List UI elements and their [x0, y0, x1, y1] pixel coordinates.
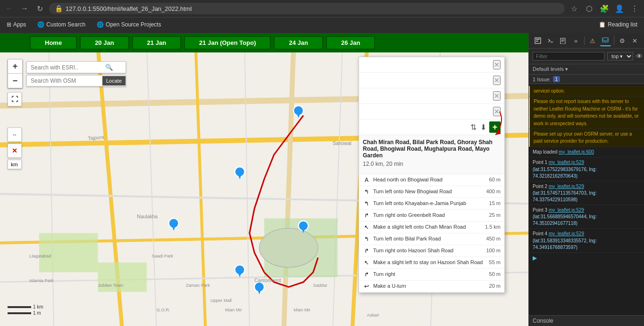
devtools-bottom-bar: Console: [529, 315, 644, 326]
svg-rect-52: [536, 41, 538, 42]
console-entry-3: Map loaded my_leaflet.js:600: [529, 147, 644, 157]
waypoint-2-close[interactable]: ✕: [493, 76, 501, 85]
step-5-dist: 450 m: [486, 236, 501, 241]
globe-icon-1: 🌐: [37, 21, 44, 28]
route-step-5: ↰ Turn left onto Bilal Park Road 450 m: [359, 233, 504, 245]
devtools-close-btn[interactable]: ✕: [629, 35, 640, 46]
screenshot-button[interactable]: ⬡: [584, 3, 595, 14]
esri-search-input[interactable]: [27, 62, 102, 73]
search-area: 🔍 Locate: [26, 61, 126, 86]
devtools-more-tools-btn[interactable]: »: [570, 35, 581, 46]
browser-actions: ☆ ⬡ 🧩 👤 ⋮: [569, 3, 640, 14]
devtools-top-select[interactable]: top ▾: [607, 52, 633, 60]
measure-button[interactable]: ↔: [8, 128, 22, 142]
svg-text:Cantonment: Cantonment: [254, 278, 281, 283]
tab-20jan[interactable]: 20 Jan: [80, 36, 129, 50]
console-entry-1: Please do not report issues with this se…: [529, 96, 644, 129]
step-4-text: Make a slight left onto Chah Miran Road: [373, 224, 482, 230]
step-6-dist: 100 m: [486, 248, 501, 253]
devtools-messages-btn[interactable]: [600, 35, 611, 46]
map-area[interactable]: Home 20 Jan 21 Jan 21 Jan (Open Topo) 24…: [0, 33, 528, 326]
step-2-dist: 15 m: [489, 200, 501, 206]
tab-21jan-opentopo[interactable]: 21 Jan (Open Topo): [184, 36, 271, 50]
console-link-6[interactable]: my_leaflet.js:529: [549, 207, 584, 213]
devtools-filter-input[interactable]: [533, 52, 604, 60]
step-5-icon: ↰: [363, 236, 370, 242]
devtools-separator: [584, 36, 585, 45]
esri-search-box: 🔍: [26, 61, 126, 73]
step-8-text: Turn right: [373, 271, 486, 277]
url-bar[interactable]: 🔒 127.0.0.1:5500/html/leaflet_26_Jan_202…: [49, 3, 565, 14]
zoom-in-button[interactable]: +: [8, 60, 22, 74]
route-step-9: ↩ Make a U-turn 20 m: [359, 281, 504, 292]
tab-21jan[interactable]: 21 Jan: [132, 36, 181, 50]
main-content: Home 20 Jan 21 Jan 21 Jan (Open Topo) 24…: [0, 33, 644, 326]
reading-list-button[interactable]: 📋 Reading list: [596, 20, 640, 29]
bookmark-apps[interactable]: ⊞ Apps: [4, 20, 29, 29]
zoom-out-button[interactable]: −: [8, 74, 22, 88]
step-1-text: Turn left onto New Bhogiwal Road: [373, 189, 483, 194]
waypoint-3-close[interactable]: ✕: [493, 91, 501, 101]
route-distance: 12.0 km, 20 min: [363, 161, 501, 167]
console-coord-7: (lat:31.583913348335572, lng: 74.3491676…: [533, 238, 640, 251]
extensions-button[interactable]: 🧩: [599, 3, 610, 14]
fullscreen-button[interactable]: ⛶: [8, 92, 22, 106]
devtools-console[interactable]: servicei option. Please do not report is…: [529, 84, 644, 315]
map-scale: 1 km 1 m: [8, 304, 43, 317]
devtools-console-btn[interactable]: [545, 35, 556, 46]
issue-label: 1 Issue:: [533, 77, 551, 82]
devtools-eye-button[interactable]: 👁: [636, 52, 643, 60]
devtools-inspect-btn[interactable]: [533, 35, 544, 46]
lock-icon: 🔒: [55, 5, 63, 12]
browser-chrome: ← → ↻ 🔒 127.0.0.1:5500/html/leaflet_26_J…: [0, 0, 644, 33]
console-link-3[interactable]: my_leaflet.js:600: [559, 149, 594, 154]
devtools-separator-2: [614, 36, 614, 45]
tab-home[interactable]: Home: [30, 36, 77, 50]
waypoint-1-close[interactable]: ✕: [493, 60, 501, 69]
esri-search-button[interactable]: 🔍: [102, 62, 116, 73]
svg-text:Mian Mir: Mian Mir: [293, 308, 310, 312]
svg-text:Saddar: Saddar: [313, 283, 327, 288]
waypoint-2-input[interactable]: N31°35'13.63" E74°21'51.82": [363, 77, 491, 84]
console-entry-0: servicei option.: [529, 86, 644, 96]
route-summary: Chah Miran Road, Bilal Park Road, Ghoray…: [359, 135, 504, 174]
osm-search-input[interactable]: [27, 76, 102, 86]
back-button[interactable]: ←: [4, 3, 15, 14]
svg-rect-54: [560, 38, 565, 44]
console-link-7[interactable]: my_leaflet.js:529: [549, 231, 584, 236]
devtools-warning-btn[interactable]: ⚠: [587, 35, 598, 46]
step-1-dist: 400 m: [486, 189, 501, 194]
devtools-settings-btn[interactable]: ⚙: [617, 35, 628, 46]
svg-rect-15: [39, 233, 98, 272]
console-coord-4: (lat:31.575229833679176, lng: 74.3218216…: [533, 166, 640, 180]
waypoint-3-input[interactable]: N31°34'22.63" E74°22'14.52": [363, 93, 491, 99]
console-link-5[interactable]: my_leaflet.js:529: [549, 184, 584, 189]
bookmark-star-button[interactable]: ☆: [569, 3, 580, 14]
tab-24jan[interactable]: 24 Jan: [274, 36, 323, 50]
console-coord-6: (lat:31.566885946570444, lng: 74.3510294…: [533, 214, 640, 227]
bookmark-custom-search[interactable]: 🌐 Custom Search: [34, 20, 88, 29]
console-entry-5: Point 2 my_leaflet.js:529 (lat:31.574571…: [529, 181, 644, 205]
waypoint-1-input[interactable]: N31°36'35.04" E74°22'06.86": [363, 61, 491, 68]
console-link-4[interactable]: my_leaflet.js:529: [549, 160, 584, 165]
devtools-default-levels[interactable]: Default levels ▾: [533, 66, 568, 72]
profile-button[interactable]: 👤: [614, 3, 625, 14]
console-entry-6: Point 3 my_leaflet.js:529 (lat:31.566885…: [529, 205, 644, 229]
menu-button[interactable]: ⋮: [629, 3, 640, 14]
expand-arrow[interactable]: ▶: [529, 253, 644, 263]
reload-button[interactable]: ↻: [34, 3, 45, 14]
bookmark-open-source[interactable]: 🌐 Open Source Projects: [94, 20, 164, 29]
step-7-dist: 55 m: [489, 259, 501, 265]
devtools-filter-bar: top ▾ 👁 1 hidden: [529, 49, 644, 64]
svg-rect-51: [536, 39, 540, 40]
extra-map-controls: ↔ ✕ km: [8, 128, 22, 169]
scale-bar-1m: [8, 312, 31, 314]
route-step-8: ↱ Turn right 50 m: [359, 269, 504, 281]
svg-point-18: [259, 228, 318, 267]
clear-button[interactable]: ✕: [8, 144, 22, 158]
forward-button[interactable]: →: [19, 3, 30, 14]
tab-26jan[interactable]: 26 Jan: [326, 36, 375, 50]
locate-button[interactable]: Locate: [102, 76, 125, 86]
devtools-sources-btn[interactable]: [558, 35, 569, 46]
globe-icon-2: 🌐: [97, 21, 104, 28]
